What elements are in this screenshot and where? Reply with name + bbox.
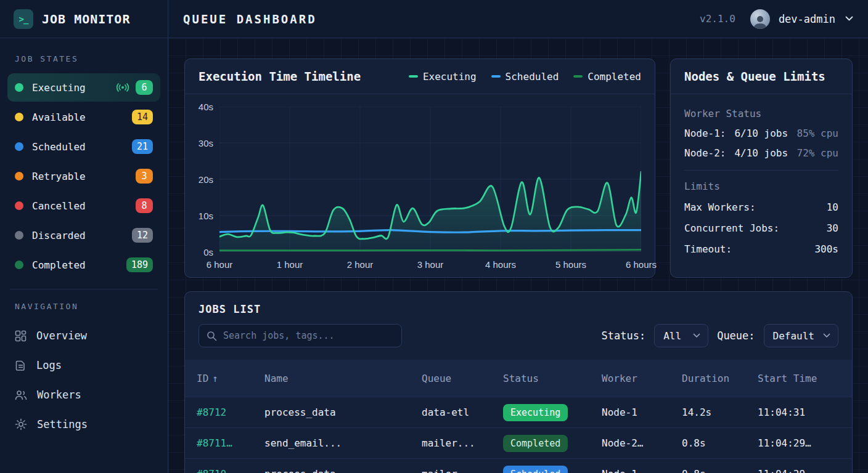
y-tick: 20s bbox=[199, 174, 213, 185]
jobs-panel: JOBS LIST Status: All bbox=[184, 291, 853, 473]
limit-label: Timeout: bbox=[684, 243, 732, 255]
search-input[interactable] bbox=[223, 330, 394, 341]
sort-asc-icon: ↑ bbox=[212, 373, 218, 384]
job-worker: Node-1 bbox=[602, 468, 682, 473]
y-tick: 40s bbox=[199, 102, 213, 112]
table-row[interactable]: #8711… send_email... mailer... Completed… bbox=[185, 427, 852, 458]
timeline-panel: Execution Time Timeline Executing Schedu… bbox=[184, 59, 655, 278]
sidebar-item-discarded[interactable]: Discarded 12 bbox=[7, 221, 160, 249]
table-row[interactable]: #8710 process_data mailer Scheduled Node… bbox=[185, 458, 852, 473]
nodes-divider bbox=[684, 170, 838, 171]
column-header-start-time[interactable]: Start Time bbox=[758, 373, 852, 384]
sidebar-item-workers[interactable]: Workers bbox=[7, 380, 160, 410]
available-dot bbox=[15, 113, 23, 121]
chevron-down-icon[interactable] bbox=[845, 16, 853, 22]
sidebar-item-completed[interactable]: Completed 189 bbox=[7, 251, 160, 279]
sidebar-item-executing[interactable]: Executing 6 bbox=[7, 73, 160, 102]
status-select[interactable]: All bbox=[654, 324, 708, 347]
job-start-time: 11:04:29 bbox=[758, 468, 852, 473]
state-label: Cancelled bbox=[32, 200, 86, 212]
timeline-title: Execution Time Timeline bbox=[199, 70, 361, 83]
page-title: QUEUE DASHBOARD bbox=[183, 12, 317, 26]
user-menu[interactable]: dev-admin bbox=[779, 13, 835, 25]
sidebar-item-logs[interactable]: Logs bbox=[7, 350, 160, 380]
count-badge: 12 bbox=[132, 228, 153, 243]
job-queue: data-etl bbox=[422, 406, 503, 418]
sidebar-item-settings[interactable]: Settings bbox=[7, 410, 160, 439]
table-row[interactable]: #8712 process_data data-etl Executing No… bbox=[185, 397, 852, 427]
x-tick: 2 hour bbox=[347, 259, 374, 270]
sidebar: JOB STATES Executing 6 Available 14 Sche… bbox=[0, 38, 168, 473]
legend-item-executing[interactable]: Executing bbox=[409, 71, 477, 83]
sidebar-item-available[interactable]: Available 14 bbox=[7, 103, 160, 131]
x-tick: 6 hour bbox=[207, 259, 233, 270]
column-header-id[interactable]: ID↑ bbox=[197, 373, 264, 384]
chevron-down-icon bbox=[693, 333, 700, 338]
job-start-time: 11:04:29… bbox=[758, 437, 852, 449]
limit-row-concurrent-jobs: Concurrent Jobs: 30 bbox=[684, 222, 838, 234]
column-header-queue[interactable]: Queue bbox=[422, 373, 503, 384]
job-id-link[interactable]: #8710 bbox=[197, 468, 264, 473]
state-label: Retryable bbox=[32, 171, 86, 182]
job-id-link[interactable]: #8712 bbox=[197, 406, 264, 418]
timeline-chart-svg bbox=[219, 107, 641, 252]
node-jobs: 6/10 jobs bbox=[734, 127, 788, 139]
version-label: v2.1.0 bbox=[700, 13, 735, 25]
count-badge: 3 bbox=[136, 169, 153, 184]
job-name: process_data bbox=[264, 406, 422, 418]
limit-value: 10 bbox=[827, 201, 838, 213]
worker-status-header: Worker Status bbox=[684, 108, 838, 119]
nav-label: Workers bbox=[37, 389, 81, 401]
terminal-glyph: >_ bbox=[19, 14, 28, 24]
sidebar-divider bbox=[10, 289, 158, 289]
navigation-header: NAVIGATION bbox=[7, 302, 160, 311]
job-id-link[interactable]: #8711… bbox=[197, 437, 264, 449]
queue-select[interactable]: Default bbox=[764, 324, 838, 347]
state-label: Discarded bbox=[32, 230, 86, 241]
nav-label: Overview bbox=[36, 329, 87, 342]
avatar[interactable] bbox=[750, 9, 770, 29]
document-icon bbox=[15, 360, 27, 371]
job-worker: Node-1 bbox=[602, 406, 682, 418]
chevron-down-icon bbox=[823, 333, 830, 338]
nodes-panel-title: Nodes & Queue Limits bbox=[684, 70, 825, 83]
sidebar-item-scheduled[interactable]: Scheduled 21 bbox=[7, 132, 160, 161]
search-icon bbox=[207, 331, 217, 341]
job-status: Executing bbox=[503, 404, 602, 421]
x-tick: 3 hour bbox=[417, 259, 444, 270]
state-label: Scheduled bbox=[32, 141, 86, 153]
nodes-panel: Nodes & Queue Limits Worker Status Node-… bbox=[670, 59, 853, 278]
count-badge: 14 bbox=[132, 110, 153, 124]
limit-label: Max Workers: bbox=[684, 201, 756, 213]
queue-select-value: Default bbox=[773, 330, 814, 342]
column-header-status[interactable]: Status bbox=[503, 373, 602, 384]
limit-row-max-workers: Max Workers: 10 bbox=[684, 201, 838, 213]
users-icon bbox=[15, 389, 27, 401]
legend-item-completed[interactable]: Completed bbox=[573, 71, 641, 83]
x-axis: 6 hour 1 hour 2 hour 3 hour 4 hours 5 ho… bbox=[219, 252, 641, 272]
sidebar-item-overview[interactable]: Overview bbox=[7, 321, 160, 350]
legend-dash-scheduled bbox=[491, 75, 501, 78]
job-name: send_email... bbox=[264, 437, 422, 449]
column-header-worker[interactable]: Worker bbox=[602, 373, 682, 384]
sidebar-item-retryable[interactable]: Retryable 3 bbox=[7, 162, 160, 190]
column-header-duration[interactable]: Duration bbox=[682, 373, 758, 384]
topbar: >_ JOB MONITOR QUEUE DASHBOARD v2.1.0 de… bbox=[0, 0, 868, 38]
limit-row-timeout: Timeout: 300s bbox=[684, 243, 838, 255]
job-duration: 14.2s bbox=[682, 406, 758, 418]
scheduled-dot bbox=[15, 142, 23, 151]
timeline-plot bbox=[219, 107, 641, 252]
person-silhouette-icon bbox=[752, 14, 768, 29]
status-select-value: All bbox=[663, 330, 681, 342]
x-tick: 6 hours bbox=[626, 259, 657, 270]
sidebar-item-cancelled[interactable]: Cancelled 8 bbox=[7, 192, 160, 220]
chart-legend: Executing Scheduled Completed bbox=[409, 71, 641, 83]
legend-dash-completed bbox=[573, 75, 583, 78]
status-badge: Executing bbox=[503, 404, 568, 421]
column-header-name[interactable]: Name bbox=[264, 373, 422, 384]
job-states-header: JOB STATES bbox=[7, 54, 160, 63]
job-queue: mailer bbox=[422, 468, 503, 473]
x-tick: 1 hour bbox=[277, 259, 303, 270]
count-badge: 8 bbox=[136, 198, 153, 213]
legend-item-scheduled[interactable]: Scheduled bbox=[491, 71, 559, 83]
